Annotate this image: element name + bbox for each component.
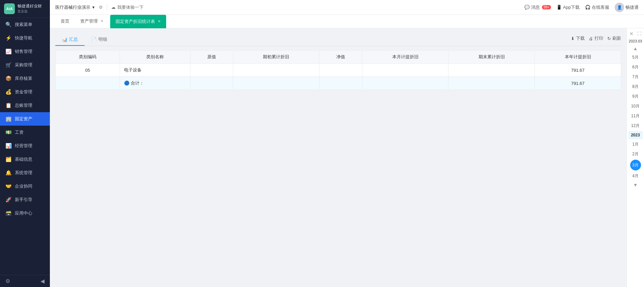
topbar-left: 医疗器械行业演示 ▾ ⚙ ☁ 我要体验一下	[55, 4, 144, 11]
sidebar-item-label-payroll: 工资	[15, 129, 24, 135]
sidebar-item-quick-nav[interactable]: ⚡快捷导航	[0, 31, 50, 45]
month-item-6[interactable]: 6月	[629, 63, 642, 72]
app-logo: AtA 畅捷通好业财 普及版	[0, 0, 50, 18]
tab-depreciation[interactable]: 固定资产折旧统计表 ✕	[110, 15, 166, 28]
app-name: 畅捷通好业财	[18, 4, 42, 9]
app-version: 普及版	[18, 9, 42, 14]
total-row: 🔵合计： 791.67	[56, 77, 621, 90]
sidebar-item-inventory[interactable]: 📦库存核算	[0, 72, 50, 85]
sidebar-item-label-app-center: 应用中心	[15, 210, 32, 216]
tab-asset-mgmt[interactable]: 资产管理 ✕	[75, 15, 109, 28]
sidebar-item-label-purchase: 采购管理	[15, 62, 32, 68]
download-btn[interactable]: ⬇ 下载	[571, 35, 585, 41]
finance-icon: 💰	[5, 89, 11, 95]
app-download-btn[interactable]: 📱 App下载	[556, 4, 580, 10]
summary-icon: 📊	[62, 37, 67, 42]
sidebar-item-finance[interactable]: 💰资金管理	[0, 85, 50, 99]
message-label: 消息	[531, 4, 540, 10]
sidebar-item-label-system: 系统管理	[15, 170, 32, 176]
company-name: 医疗器械行业演示	[55, 4, 90, 10]
company-selector[interactable]: 医疗器械行业演示 ▾	[55, 4, 95, 10]
basic-info-icon: 🗂️	[5, 156, 11, 162]
month-item-12[interactable]: 12月	[629, 121, 642, 130]
cell-accum	[233, 64, 319, 77]
sidebar-item-app-center[interactable]: 🗃️应用中心	[0, 206, 50, 220]
sidebar-item-fixed-assets[interactable]: 🏢固定资产	[0, 112, 50, 126]
panel-nav-down[interactable]: ▼	[632, 181, 639, 189]
sidebar-item-search[interactable]: 🔍搜索菜单	[0, 18, 50, 31]
collapse-icon[interactable]: ◀	[40, 278, 44, 284]
company-dropdown-icon: ▾	[92, 5, 95, 10]
settings-btn[interactable]: ⚙	[99, 5, 103, 10]
month-item-11[interactable]: 11月	[629, 111, 642, 121]
panel-expand-btn[interactable]: ⛶	[637, 31, 641, 36]
sidebar-item-basic-info[interactable]: 🗂️基础信息	[0, 153, 50, 166]
col-net: 净值	[319, 51, 362, 64]
search-icon: 🔍	[5, 22, 11, 28]
sidebar-item-label-guide: 新手引导	[15, 197, 32, 203]
cell-name: 电子设备	[120, 64, 190, 77]
sub-tab-detail[interactable]: 📄 明细	[85, 34, 114, 46]
tab-depreciation-close[interactable]: ✕	[158, 19, 161, 24]
tab-home[interactable]: 首页	[55, 15, 75, 28]
user-name: 畅捷通	[625, 4, 639, 10]
refresh-icon: ↻	[607, 36, 611, 41]
right-panel: ✕ ⛶ 2023.03 ▲ 5月 6月 7月 8月 9月 10月 11月 12月…	[626, 28, 644, 287]
content-area: 📊 汇总 📄 明细 ⬇ 下载 🖨 打印	[50, 28, 644, 287]
sidebar-item-enterprise[interactable]: 🤝企业协同	[0, 180, 50, 193]
toolbar: ⬇ 下载 🖨 打印 ↻ 刷新	[571, 35, 621, 41]
panel-controls: ✕ ⛶	[627, 30, 644, 38]
month-item-7[interactable]: 7月	[629, 72, 642, 82]
month-item-2023-2[interactable]: 2月	[629, 150, 642, 159]
depreciation-table: 类别编码 类别名称 原值 期初累计折旧 净值 本月计提折旧 期末累计折旧 本年计…	[55, 50, 621, 90]
sidebar-item-operations[interactable]: 📊经营管理	[0, 139, 50, 153]
print-btn[interactable]: 🖨 打印	[589, 35, 603, 41]
month-item-2023-4[interactable]: 4月	[629, 171, 642, 181]
settings-icon[interactable]: ⚙	[5, 278, 10, 284]
system-icon: 🔔	[5, 170, 11, 176]
message-btn[interactable]: 💬 消息 99+	[524, 4, 551, 10]
col-accum: 期初累计折旧	[233, 51, 319, 64]
cell-code: 05	[56, 64, 120, 77]
logo-icon: AtA	[4, 3, 15, 14]
experience-btn[interactable]: ☁ 我要体验一下	[111, 4, 144, 10]
quick-nav-icon: ⚡	[5, 35, 11, 41]
panel-close-btn[interactable]: ✕	[630, 31, 634, 36]
total-icon: 🔵	[124, 81, 129, 86]
refresh-btn[interactable]: ↻ 刷新	[607, 35, 621, 41]
sidebar-item-label-operations: 经营管理	[15, 143, 32, 149]
month-item-5[interactable]: 5月	[629, 53, 642, 62]
online-service-label: 在线客服	[592, 4, 609, 10]
col-year-depr: 本年计提折旧	[535, 51, 621, 64]
table-row: 05 电子设备 791.67	[56, 64, 621, 77]
table-header: 类别编码 类别名称 原值 期初累计折旧 净值 本月计提折旧 期末累计折旧 本年计…	[56, 51, 621, 64]
sub-tabs: 📊 汇总 📄 明细	[55, 34, 114, 46]
sidebar-item-guide[interactable]: 🚀新手引导	[0, 193, 50, 206]
total-end-accum	[449, 77, 535, 90]
panel-date-title: 2023.03	[627, 38, 644, 44]
panel-nav-up[interactable]: ▲	[632, 44, 639, 53]
sidebar-item-label-ledger: 总账管理	[15, 102, 32, 108]
tab-asset-mgmt-close[interactable]: ✕	[100, 19, 103, 23]
month-item-8[interactable]: 8月	[629, 82, 642, 91]
table-body: 05 电子设备 791.67 🔵合计：	[56, 64, 621, 90]
month-item-2023-1[interactable]: 1月	[629, 140, 642, 149]
experience-label: 我要体验一下	[117, 4, 144, 10]
sidebar-item-purchase[interactable]: 🛒采购管理	[0, 58, 50, 72]
month-item-10[interactable]: 10月	[629, 102, 642, 111]
online-service-btn[interactable]: 🎧 在线客服	[585, 4, 609, 10]
col-month-depr: 本月计提折旧	[362, 51, 448, 64]
user-menu[interactable]: 👤 畅捷通	[615, 3, 639, 12]
download-label: 下载	[576, 35, 585, 41]
enterprise-icon: 🤝	[5, 183, 11, 189]
download-icon: ⬇	[571, 36, 575, 41]
month-item-9[interactable]: 9月	[629, 92, 642, 101]
sub-tab-summary[interactable]: 📊 汇总	[55, 34, 85, 46]
sidebar-item-system[interactable]: 🔔系统管理	[0, 166, 50, 180]
month-item-2023-3-current[interactable]: 3月	[630, 160, 641, 170]
cloud-icon: ☁	[111, 5, 116, 10]
sidebar-item-payroll[interactable]: 💵工资	[0, 126, 50, 139]
sidebar-item-sales[interactable]: 📈销售管理	[0, 45, 50, 58]
total-year-depr: 791.67	[535, 77, 621, 90]
sidebar-item-ledger[interactable]: 📋总账管理	[0, 99, 50, 112]
